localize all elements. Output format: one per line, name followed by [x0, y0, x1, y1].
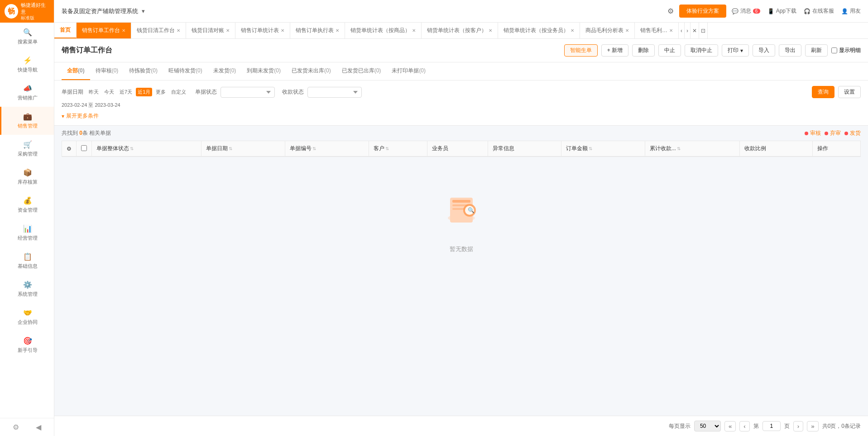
tab-9[interactable]: 商品毛利分析表✕ — [580, 23, 635, 38]
sidebar-item-7[interactable]: 📊 经营管理 — [0, 219, 54, 247]
user-item[interactable]: 👤 用友 — [841, 7, 861, 15]
sidebar-item-4[interactable]: 🛒 采购管理 — [0, 135, 54, 163]
tab-close-8[interactable]: ✕ — [571, 28, 574, 33]
tab-close-4[interactable]: ✕ — [281, 28, 284, 33]
date-quick-0[interactable]: 昨天 — [87, 88, 101, 96]
date-quick-4[interactable]: 更多 — [154, 88, 168, 96]
select-all-checkbox[interactable] — [81, 145, 87, 151]
payment-select[interactable] — [307, 87, 362, 98]
online-service-item[interactable]: 🎧 在线客服 — [804, 7, 834, 15]
prev-page-button[interactable]: ‹ — [739, 421, 749, 431]
refresh-button[interactable]: 刷新 — [805, 44, 828, 57]
table-header-bar: 共找到 0条 相关单据 审核弃审发货 — [62, 129, 861, 137]
filter-tab-2[interactable]: 待拣验货(0) — [124, 62, 163, 80]
col-settings[interactable]: ⚙ — [62, 141, 77, 157]
query-button[interactable]: 查询 — [812, 86, 834, 98]
sort-status[interactable]: 单据整体状态 ⇅ — [96, 145, 197, 152]
tab-close-3[interactable]: ✕ — [226, 28, 230, 33]
next-page-button[interactable]: › — [793, 421, 803, 431]
tab-close-10[interactable]: ✕ — [669, 28, 673, 33]
table-action-1[interactable]: 弃审 — [825, 129, 841, 137]
cancel-pause-button[interactable]: 取消中止 — [685, 44, 718, 57]
date-quick-1[interactable]: 今天 — [102, 88, 116, 96]
tab-1[interactable]: 销售订单工作台✕ — [77, 23, 131, 38]
sidebar-item-1[interactable]: ⚡ 快捷导航 — [0, 51, 54, 79]
import-button[interactable]: 导入 — [753, 44, 775, 57]
filter-tab-1[interactable]: 待审核(0) — [90, 62, 124, 80]
topbar-settings-icon[interactable]: ⚙ — [667, 7, 674, 15]
pause-button[interactable]: 中止 — [658, 44, 681, 57]
page-actions: 智能生单 + 新增 删除 中止 取消中止 打印▾ 导入 导出 刷新 显示明细 — [564, 44, 861, 57]
tab-0[interactable]: 首页 — [54, 23, 77, 38]
sidebar-item-3[interactable]: 💼 销售管理 — [0, 107, 54, 135]
tab-close-6[interactable]: ✕ — [412, 28, 416, 33]
tab-10[interactable]: 销售毛利…✕ — [635, 23, 679, 38]
page-number-input[interactable] — [762, 421, 781, 431]
filter-tab-0[interactable]: 全部(0) — [62, 62, 90, 80]
filter-tab-3[interactable]: 旺铺待发货(0) — [163, 62, 208, 80]
sort-amount[interactable]: 订单金额 ⇅ — [566, 145, 640, 152]
table-action-2[interactable]: 发货 — [844, 129, 861, 137]
tab-7[interactable]: 销货单统计表（按客户）✕ — [422, 23, 498, 38]
tab-close-2[interactable]: ✕ — [177, 28, 180, 33]
first-page-button[interactable]: « — [724, 421, 736, 431]
tab-3[interactable]: 钱货日清对账✕ — [186, 23, 235, 38]
sidebar-item-6[interactable]: 💰 资金管理 — [0, 191, 54, 219]
system-dropdown-icon[interactable]: ▾ — [142, 8, 145, 14]
sort-collected[interactable]: 累计收款... ⇅ — [650, 145, 735, 152]
date-quick-3[interactable]: 近1月 — [136, 88, 152, 96]
tab-close-7[interactable]: ✕ — [489, 28, 492, 33]
date-quick-2[interactable]: 近7天 — [118, 88, 134, 96]
smart-create-button[interactable]: 智能生单 — [564, 44, 598, 57]
settings-query-button[interactable]: 设置 — [838, 86, 861, 98]
th-collected: 累计收款... ⇅ — [645, 141, 739, 157]
sort-customer[interactable]: 客户 ⇅ — [374, 145, 422, 152]
collapse-icon[interactable]: ◀ — [36, 423, 41, 431]
filter-tab-4[interactable]: 未发货(0) — [208, 62, 242, 80]
tab-close-5[interactable]: ✕ — [336, 28, 339, 33]
tab-5[interactable]: 销售订单执行表✕ — [290, 23, 345, 38]
tab-4[interactable]: 销售订单统计表✕ — [235, 23, 290, 38]
sidebar-item-5[interactable]: 📦 库存核算 — [0, 163, 54, 191]
sidebar-item-8[interactable]: 📋 基础信息 — [0, 247, 54, 275]
sort-number[interactable]: 单据编号 ⇅ — [290, 145, 364, 152]
add-button[interactable]: + 新增 — [601, 44, 628, 57]
tab-close-1[interactable]: ✕ — [122, 28, 125, 33]
delete-button[interactable]: 删除 — [632, 44, 655, 57]
filter-tab-5[interactable]: 到期未发货(0) — [241, 62, 286, 80]
show-detail-checkbox[interactable]: 显示明细 — [831, 47, 861, 54]
tab-close-all-nav[interactable]: ✕ — [691, 23, 699, 38]
tab-8[interactable]: 销货单统计表（按业务员）✕ — [498, 23, 580, 38]
sidebar-icon-11: 🎯 — [23, 336, 32, 345]
filter-tab-8[interactable]: 未打印单据(0) — [386, 62, 431, 80]
tab-label-6: 销货单统计表（按商品） — [350, 27, 410, 34]
tab-6[interactable]: 销货单统计表（按商品）✕ — [345, 23, 422, 38]
sidebar-item-11[interactable]: 🎯 新手引导 — [0, 331, 54, 359]
tab-2[interactable]: 钱货日清工作台✕ — [131, 23, 186, 38]
print-button[interactable]: 打印▾ — [722, 44, 749, 57]
detail-checkbox-input[interactable] — [831, 47, 837, 53]
filter-tab-6[interactable]: 已发货未出库(0) — [286, 62, 336, 80]
tab-next-nav[interactable]: › — [685, 23, 691, 38]
date-quick-5[interactable]: 自定义 — [169, 88, 188, 96]
filter-tab-7[interactable]: 已发货已出库(0) — [336, 62, 387, 80]
per-page-select[interactable]: 50 10 20 100 — [694, 421, 721, 431]
settings-icon[interactable]: ⚙ — [13, 423, 19, 431]
sidebar-item-9[interactable]: ⚙️ 系统管理 — [0, 275, 54, 303]
tab-close-9[interactable]: ✕ — [625, 28, 629, 33]
sidebar-icon-4: 🛒 — [23, 140, 32, 149]
export-button[interactable]: 导出 — [779, 44, 801, 57]
table-action-0[interactable]: 审核 — [805, 129, 821, 137]
sidebar-item-0[interactable]: 🔍 搜索菜单 — [0, 23, 54, 51]
sidebar-item-2[interactable]: 📣 营销推广 — [0, 79, 54, 107]
sort-date[interactable]: 单据日期 ⇅ — [206, 145, 280, 152]
solution-button[interactable]: 体验行业方案 — [679, 5, 726, 18]
tab-menu-nav[interactable]: ⊡ — [699, 23, 708, 38]
sidebar-item-10[interactable]: 🤝 企业协同 — [0, 303, 54, 331]
tab-prev-nav[interactable]: ‹ — [679, 23, 685, 38]
message-item[interactable]: 💬 消息 6 — [732, 7, 760, 15]
status-select[interactable] — [221, 87, 275, 98]
app-download-item[interactable]: 📱 App下载 — [767, 7, 796, 15]
expand-btn[interactable]: ▾ 展开更多条件 — [62, 112, 861, 120]
last-page-button[interactable]: » — [807, 421, 818, 431]
